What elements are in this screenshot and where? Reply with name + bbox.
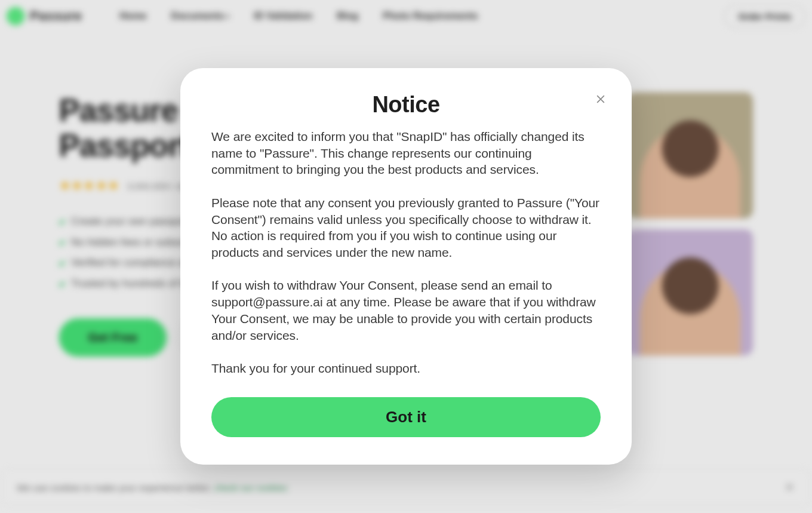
close-button[interactable] — [590, 88, 611, 110]
got-it-button[interactable]: Got it — [211, 397, 601, 437]
close-icon — [595, 93, 607, 105]
notice-modal: Notice We are excited to inform you that… — [180, 68, 632, 465]
modal-title: Notice — [211, 92, 601, 118]
modal-body: We are excited to inform you that "SnapI… — [211, 128, 601, 377]
